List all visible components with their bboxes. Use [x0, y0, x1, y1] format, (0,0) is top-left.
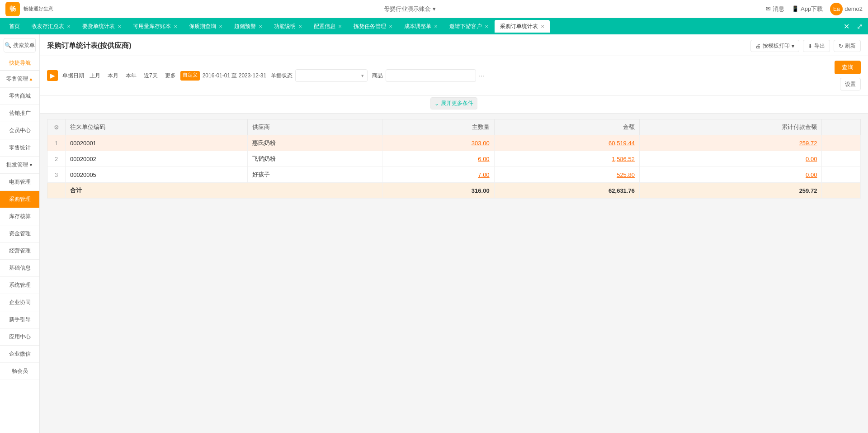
sidebar-item-jingying[interactable]: 经营管理 — [0, 243, 39, 260]
goods-more-icon[interactable]: ··· — [479, 72, 484, 79]
workspace-selector[interactable]: 母婴行业演示账套 ▾ — [384, 5, 436, 13]
sidebar-item-changhui[interactable]: 畅会员 — [0, 363, 39, 380]
tab-close-icon[interactable]: ✕ — [434, 24, 438, 29]
tab-keyongliang[interactable]: 可用量库存账本 ✕ — [127, 20, 183, 33]
app-download-button[interactable]: 📱 App下载 — [792, 5, 823, 13]
tab-yaoqing[interactable]: 邀请下游客户 ✕ — [444, 20, 494, 33]
tab-chaochu[interactable]: 超储预警 ✕ — [229, 20, 268, 33]
sidebar-item-pifa[interactable]: 批发管理 ▼ — [0, 157, 39, 174]
row-qty[interactable]: 7.00 — [382, 167, 494, 183]
col-gear[interactable]: ⚙ — [47, 119, 66, 135]
row-qty[interactable]: 303.00 — [382, 135, 494, 151]
tab-close-icon[interactable]: ✕ — [174, 24, 177, 29]
top-bar: 畅 畅捷通好生意 母婴行业演示账套 ▾ ✉ 消息 📱 App下载 Ea demo… — [0, 0, 868, 18]
expand-more-row: ⌄ 展开更多条件 — [40, 95, 868, 114]
table-row[interactable]: 1 00020001 惠氏奶粉 303.00 60,519.44 259.72 — [47, 135, 861, 151]
date-range-value: 2016-01-01 至 2023-12-31 — [203, 72, 266, 80]
sidebar-item-lingsoust[interactable]: 零售统计 — [0, 139, 39, 157]
nav-close-all-icon[interactable]: ✕ — [842, 22, 851, 31]
sidebar-item-yingyong[interactable]: 应用中心 — [0, 328, 39, 346]
sidebar-item-kucun[interactable]: 库存核算 — [0, 208, 39, 225]
tab-close-icon[interactable]: ✕ — [389, 24, 392, 29]
tab-chengben[interactable]: 成本调整单 ✕ — [399, 20, 443, 33]
sidebar-item-label: 零售商城 — [9, 92, 31, 100]
tab-caigou-active[interactable]: 采购订单统计表 ✕ — [495, 20, 550, 33]
filter-toggle-button[interactable]: ▶ — [47, 70, 58, 81]
shortcut-more[interactable]: 更多 — [162, 71, 179, 81]
tab-label: 收发存汇总表 — [32, 23, 64, 30]
sidebar-item-qiye[interactable]: 企业协同 — [0, 294, 39, 311]
export-button[interactable]: ⬇ 导出 — [803, 40, 830, 52]
tab-close-icon[interactable]: ✕ — [298, 24, 302, 29]
sidebar-item-xitong[interactable]: 系统管理 — [0, 277, 39, 294]
expand-more-button[interactable]: ⌄ 展开更多条件 — [430, 97, 477, 109]
query-button[interactable]: 查询 — [835, 61, 861, 74]
user-area[interactable]: Ea demo2 — [830, 3, 863, 15]
refresh-button[interactable]: ↻ 刷新 — [834, 40, 861, 52]
tab-peizhi[interactable]: 配置信息 ✕ — [308, 20, 347, 33]
sidebar-item-qiyeweixin[interactable]: 企业微信 — [0, 346, 39, 363]
sidebar-item-lingshous[interactable]: 零售管理 ▲ — [0, 71, 39, 88]
app-icon: 📱 — [792, 5, 799, 12]
footer-paid: 259.72 — [639, 183, 821, 199]
sidebar-item-label: 库存核算 — [9, 213, 31, 220]
tab-close-icon[interactable]: ✕ — [67, 24, 71, 29]
row-paid[interactable]: 0.00 — [639, 167, 821, 183]
table-row[interactable]: 3 00020005 好孩子 7.00 525.80 0.00 — [47, 167, 861, 183]
sidebar-item-label: 新手引导 — [9, 316, 31, 324]
sidebar-item-label: 零售统计 — [9, 144, 31, 152]
message-label: 消息 — [773, 5, 784, 13]
sidebar-item-jichu[interactable]: 基础信息 — [0, 260, 39, 277]
tab-home[interactable]: 首页 — [4, 20, 25, 33]
col-code: 往来单位编码 — [66, 119, 248, 135]
search-menu-label: 搜索菜单 — [13, 42, 35, 49]
message-button[interactable]: ✉ 消息 — [766, 5, 784, 13]
shortcut-last-7days[interactable]: 近7天 — [141, 71, 160, 81]
username-label: demo2 — [844, 5, 863, 12]
nav-restore-icon[interactable]: ⤢ — [855, 22, 864, 31]
goods-input[interactable] — [386, 69, 476, 82]
shortcut-this-year[interactable]: 本年 — [123, 71, 139, 81]
row-amount[interactable]: 60,519.44 — [494, 135, 639, 151]
row-amount[interactable]: 1,586.52 — [494, 151, 639, 167]
tab-label: 可用量库存账本 — [133, 23, 171, 30]
tab-pihuo[interactable]: 拣货任务管理 ✕ — [348, 20, 398, 33]
sidebar-item-yingxiao[interactable]: 营销推广 — [0, 105, 39, 122]
tab-close-icon[interactable]: ✕ — [118, 24, 121, 29]
sidebar-item-label: 畅会员 — [12, 367, 28, 375]
tab-gongneng[interactable]: 功能说明 ✕ — [269, 20, 307, 33]
shortcut-last-month[interactable]: 上月 — [87, 71, 103, 81]
tab-close-icon[interactable]: ✕ — [338, 24, 342, 29]
tab-close-icon[interactable]: ✕ — [259, 24, 262, 29]
tab-close-icon[interactable]: ✕ — [541, 24, 544, 29]
sidebar-item-huiyuan[interactable]: 会员中心 — [0, 122, 39, 139]
sidebar-item-lingshoucheng[interactable]: 零售商城 — [0, 88, 39, 105]
row-paid[interactable]: 259.72 — [639, 135, 821, 151]
tab-shoufazong[interactable]: 收发存汇总表 ✕ — [26, 20, 76, 33]
shortcut-this-month[interactable]: 本月 — [105, 71, 121, 81]
tab-yaohuodangtjb[interactable]: 要货单统计表 ✕ — [77, 20, 127, 33]
app-label: App下载 — [801, 5, 823, 13]
tab-label: 成本调整单 — [404, 23, 431, 30]
sidebar-item-zijin[interactable]: 资金管理 — [0, 225, 39, 243]
expand-more-label: 展开更多条件 — [441, 100, 473, 107]
status-select[interactable] — [295, 69, 368, 82]
content-area: 采购订单统计表(按供应商) 🖨 按模板打印 ▾ ⬇ 导出 ↻ 刷新 — [40, 34, 868, 433]
table-row[interactable]: 2 00020002 飞鹤奶粉 6.00 1,586.52 0.00 — [47, 151, 861, 167]
row-supplier: 飞鹤奶粉 — [248, 151, 382, 167]
row-amount[interactable]: 525.80 — [494, 167, 639, 183]
row-paid[interactable]: 0.00 — [639, 151, 821, 167]
quick-nav-button[interactable]: 快捷导航 — [0, 56, 39, 71]
sidebar-item-caigou[interactable]: 采购管理 — [0, 191, 39, 208]
sidebar-item-xinshou[interactable]: 新手引导 — [0, 311, 39, 328]
sidebar-item-label: 电商管理 — [9, 178, 31, 186]
search-menu-button[interactable]: 🔍 搜索菜单 — [4, 38, 36, 52]
sidebar-item-dianshang[interactable]: 电商管理 — [0, 174, 39, 191]
tab-close-icon[interactable]: ✕ — [219, 24, 222, 29]
print-button[interactable]: 🖨 按模板打印 ▾ — [750, 40, 799, 52]
settings-button[interactable]: 设置 — [840, 78, 861, 90]
row-qty[interactable]: 6.00 — [382, 151, 494, 167]
tab-close-icon[interactable]: ✕ — [485, 24, 488, 29]
tab-baozhi[interactable]: 保质期查询 ✕ — [184, 20, 228, 33]
tab-label: 配置信息 — [314, 23, 335, 30]
